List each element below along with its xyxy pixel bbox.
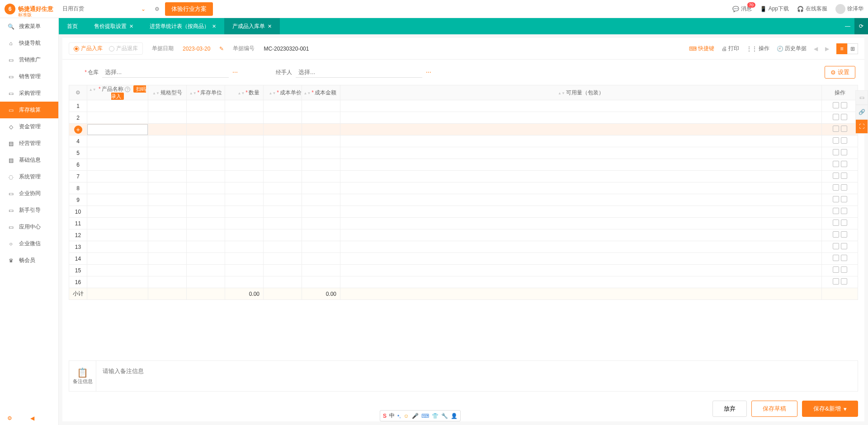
delete-icon[interactable]: [833, 220, 839, 226]
tab-2[interactable]: 进货单统计表（按商品）✕: [142, 18, 224, 34]
sidebar-item-8[interactable]: ▤基础信息: [0, 152, 58, 168]
delete-icon[interactable]: [833, 114, 839, 120]
category-selector[interactable]: 日用百货 ⌄: [59, 5, 149, 13]
copy-icon[interactable]: [841, 114, 847, 120]
table-row[interactable]: 14: [69, 253, 858, 265]
next-icon[interactable]: ▶: [825, 46, 829, 52]
delete-icon[interactable]: [833, 255, 839, 261]
col-qty[interactable]: ▲▼*数量: [225, 85, 264, 100]
table-row[interactable]: 6: [69, 159, 858, 171]
copy-icon[interactable]: [841, 196, 847, 202]
print-button[interactable]: 🖨 打印: [722, 45, 739, 52]
sidebar-item-1[interactable]: ⌂快捷导航: [0, 35, 58, 51]
sidebar-item-0[interactable]: 🔍搜索菜单: [0, 18, 58, 35]
sidebar-item-5[interactable]: ▭库存核算: [0, 102, 58, 118]
edit-date-icon[interactable]: ✎: [219, 46, 224, 52]
delete-icon[interactable]: [833, 208, 839, 214]
copy-icon[interactable]: [841, 102, 847, 108]
sidebar-item-7[interactable]: ▤经营管理: [0, 135, 58, 152]
tab-1[interactable]: 售价提取设置✕: [86, 18, 142, 34]
col-price[interactable]: ▲▼*成本单价: [264, 85, 302, 100]
delete-icon[interactable]: [833, 266, 839, 273]
copy-icon[interactable]: [841, 278, 847, 285]
view-list-button[interactable]: ≡: [836, 43, 847, 54]
sidebar-item-12[interactable]: ▭应用中心: [0, 219, 58, 235]
sidebar-item-4[interactable]: ▭采购管理: [0, 85, 58, 102]
col-product[interactable]: ▲▼ *产品名称 ? 扫码录入: [87, 85, 148, 100]
sidebar-item-11[interactable]: ▭新手引导: [0, 202, 58, 219]
copy-icon[interactable]: [841, 243, 847, 249]
delete-icon[interactable]: [833, 149, 839, 155]
copy-icon[interactable]: [841, 161, 847, 167]
col-avail[interactable]: ▲▼可用量（包装）: [340, 85, 822, 100]
delete-icon[interactable]: [833, 126, 839, 132]
tab-refresh-button[interactable]: ⟳: [854, 18, 868, 34]
delete-icon[interactable]: [833, 243, 839, 249]
table-row[interactable]: 7: [69, 171, 858, 182]
sidebar-item-3[interactable]: ▭销售管理: [0, 68, 58, 85]
user-menu[interactable]: 徐泽华: [835, 4, 863, 14]
ops-button[interactable]: ⋮⋮ 操作: [746, 45, 769, 52]
sidebar-item-9[interactable]: ◌系统管理: [0, 168, 58, 185]
app-download-button[interactable]: 📱 App下载: [760, 5, 789, 13]
table-row[interactable]: 5: [69, 147, 858, 159]
tab-minimize-button[interactable]: —: [841, 18, 854, 34]
table-row[interactable]: 12: [69, 229, 858, 241]
online-service-button[interactable]: 🎧 在线客服: [797, 5, 827, 13]
delete-icon[interactable]: [833, 137, 839, 144]
table-row[interactable]: 16: [69, 276, 858, 288]
handler-input[interactable]: [296, 67, 422, 78]
delete-icon[interactable]: [833, 173, 839, 179]
copy-icon[interactable]: [841, 266, 847, 273]
ime-bar[interactable]: S 中 •, ☺ 🎤 ⌨ 👕 🔧 👤: [380, 410, 461, 421]
remark-input[interactable]: [96, 361, 858, 391]
save-new-button[interactable]: 保存&新增 ▾: [802, 401, 858, 417]
col-gear[interactable]: ⚙: [69, 85, 87, 100]
float-tool-1[interactable]: ▭: [855, 90, 868, 105]
add-row-icon[interactable]: +: [74, 126, 82, 134]
history-button[interactable]: 🕘 历史单据: [777, 45, 807, 52]
sidebar-item-2[interactable]: ▭营销推广: [0, 51, 58, 68]
product-name-input[interactable]: [87, 124, 148, 135]
view-grid-button[interactable]: ⊞: [847, 43, 858, 54]
sidebar-item-10[interactable]: ▭企业协同: [0, 185, 58, 202]
copy-icon[interactable]: [841, 137, 847, 144]
close-icon[interactable]: ✕: [212, 23, 216, 29]
copy-icon[interactable]: [841, 173, 847, 179]
table-row[interactable]: 9: [69, 194, 858, 206]
tab-0[interactable]: 首页: [59, 18, 86, 34]
float-tool-link[interactable]: 🔗: [855, 105, 868, 119]
copy-icon[interactable]: [841, 126, 847, 132]
delete-icon[interactable]: [833, 184, 839, 191]
collapse-icon[interactable]: ◀: [30, 415, 34, 421]
sidebar-item-6[interactable]: ◇资金管理: [0, 118, 58, 135]
warehouse-more-icon[interactable]: ⋯: [232, 69, 238, 75]
col-spec[interactable]: ▲▼规格型号: [148, 85, 187, 100]
table-row[interactable]: 15: [69, 265, 858, 276]
close-icon[interactable]: ✕: [268, 23, 272, 29]
experience-button[interactable]: 体验行业方案: [165, 2, 213, 16]
handler-more-icon[interactable]: ⋯: [426, 69, 431, 75]
delete-icon[interactable]: [833, 231, 839, 238]
sidebar-item-14[interactable]: ♛畅会员: [0, 252, 58, 269]
prev-icon[interactable]: ◀: [814, 46, 818, 52]
table-row[interactable]: 10: [69, 206, 858, 218]
copy-icon[interactable]: [841, 208, 847, 214]
settings-button[interactable]: ⚙ 设置: [825, 66, 855, 79]
tab-3[interactable]: 产成品入库单✕: [224, 18, 280, 34]
delete-icon[interactable]: [833, 161, 839, 167]
table-row[interactable]: 4: [69, 135, 858, 147]
radio-product-out[interactable]: 产品退库: [109, 45, 138, 52]
copy-icon[interactable]: [841, 184, 847, 191]
warehouse-input[interactable]: [102, 67, 229, 78]
col-unit[interactable]: ▲▼*库存单位: [187, 85, 225, 100]
copy-icon[interactable]: [841, 220, 847, 226]
radio-product-in[interactable]: 产品入库: [74, 45, 103, 52]
table-row[interactable]: 1: [69, 100, 858, 112]
settings-icon[interactable]: ⚙: [7, 415, 12, 421]
table-row[interactable]: 13: [69, 241, 858, 253]
table-row[interactable]: 11: [69, 218, 858, 229]
copy-icon[interactable]: [841, 149, 847, 155]
col-amount[interactable]: ▲▼*成本金额: [302, 85, 340, 100]
copy-icon[interactable]: [841, 231, 847, 238]
